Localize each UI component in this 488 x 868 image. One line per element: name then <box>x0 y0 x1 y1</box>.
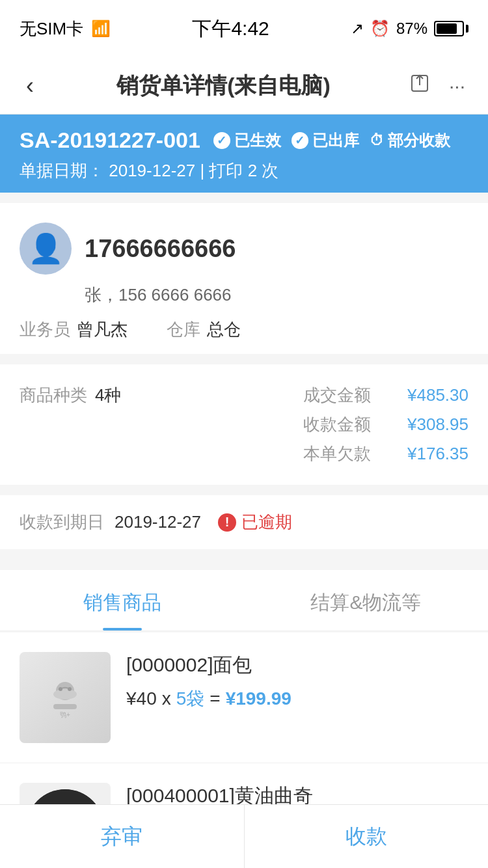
customer-phone: 17666666666 <box>85 235 236 263</box>
due-date-section: 收款到期日 2019-12-27 ! 已逾期 <box>0 495 488 549</box>
status-bar: 无SIM卡 📶 下午4:42 ↗ ⏰ 87% <box>0 0 488 57</box>
warehouse-label: 仓库 <box>167 318 200 341</box>
thumb-placeholder-1: 鸮+ <box>20 652 111 743</box>
price-qty-1: 5袋 <box>176 686 205 711</box>
overdue-label: 已逾期 <box>241 511 292 534</box>
tab-products[interactable]: 销售商品 <box>0 570 244 631</box>
multiply-sign-1: x <box>162 688 171 709</box>
header-banner: SA-20191227-001 ✓ 已生效 ✓ 已出库 ⏱ 部分收款 单据日期：… <box>0 115 488 193</box>
tabs-section: 销售商品 结算&物流等 <box>0 570 488 631</box>
battery-icon <box>434 21 468 36</box>
product-info-1: [0000002]面包 ¥40 x 5袋 = ¥199.99 <box>126 652 468 711</box>
debt-value: ¥176.35 <box>384 444 468 464</box>
sales-person: 业务员 曾凡杰 <box>20 318 128 341</box>
price-total-1: ¥199.99 <box>226 688 291 709</box>
overdue-icon: ! <box>218 513 236 532</box>
customer-section: 👤 17666666666 张，156 6666 6666 业务员 曾凡杰 仓库… <box>0 203 488 354</box>
product-price-1: ¥40 x 5袋 = ¥199.99 <box>126 686 468 711</box>
badge-shipped: ✓ 已出库 <box>291 130 359 151</box>
back-button[interactable]: ‹ <box>20 66 40 106</box>
clock-icon: ⏱ <box>370 132 384 149</box>
stats-right: 成交金额 ¥485.30 收款金额 ¥308.95 本单欠款 ¥176.35 <box>303 384 468 465</box>
alarm-icon: ⏰ <box>370 20 390 38</box>
badge-partial-label: 部分收款 <box>388 130 450 151</box>
status-bar-left: 无SIM卡 📶 <box>20 18 111 40</box>
badge-partial: ⏱ 部分收款 <box>370 130 450 151</box>
share-button[interactable] <box>407 70 433 101</box>
tab-products-label: 销售商品 <box>83 591 161 613</box>
order-id: SA-20191227-001 <box>20 128 200 153</box>
order-date: 2019-12-27 <box>109 161 195 180</box>
badge-effective: ✓ 已生效 <box>213 130 281 151</box>
debt-label: 本单欠款 <box>303 442 371 465</box>
more-button[interactable]: ··· <box>446 72 468 100</box>
order-id-row: SA-20191227-001 ✓ 已生效 ✓ 已出库 ⏱ 部分收款 <box>20 128 468 153</box>
svg-text:鸮+: 鸮+ <box>60 711 70 718</box>
sales-label: 业务员 <box>20 318 70 341</box>
status-bar-right: ↗ ⏰ 87% <box>351 20 468 38</box>
amount-value: ¥485.30 <box>384 385 468 405</box>
product-thumbnail-1: 鸮+ <box>20 652 111 743</box>
divider-1 <box>0 354 488 364</box>
sales-name: 曾凡杰 <box>77 318 128 341</box>
collect-payment-button[interactable]: 收款 <box>245 805 489 868</box>
page-title: 销货单详情(来自电脑) <box>116 71 331 101</box>
order-date-row: 单据日期： 2019-12-27 | 打印 2 次 <box>20 159 468 182</box>
check-icon-2: ✓ <box>291 132 308 149</box>
battery-text: 87% <box>396 20 427 38</box>
print-label: | 打印 <box>200 161 243 180</box>
received-value: ¥308.95 <box>384 414 468 435</box>
badge-effective-label: 已生效 <box>234 130 281 151</box>
wifi-icon: 📶 <box>91 20 111 38</box>
customer-top: 👤 17666666666 <box>20 223 468 275</box>
print-count: 2 <box>248 161 257 180</box>
cancel-audit-button[interactable]: 弃审 <box>0 805 245 868</box>
badge-shipped-label: 已出库 <box>312 130 359 151</box>
tab-settlement[interactable]: 结算&物流等 <box>244 570 488 631</box>
tab-settlement-label: 结算&物流等 <box>310 591 421 613</box>
due-date-label: 收款到期日 <box>20 511 104 534</box>
date-label: 单据日期： <box>20 161 104 180</box>
product-type-row: 商品种类 4种 <box>20 384 121 407</box>
customer-meta: 业务员 曾凡杰 仓库 总仓 <box>20 318 468 341</box>
type-label: 商品种类 <box>20 384 87 407</box>
stats-section: 商品种类 4种 成交金额 ¥485.30 收款金额 ¥308.95 本单欠款 ¥… <box>0 364 488 485</box>
warehouse: 仓库 总仓 <box>167 318 241 341</box>
customer-name: 张，156 6666 6666 <box>20 284 468 306</box>
list-item: 鸮+ [0000002]面包 ¥40 x 5袋 = ¥199.99 <box>0 632 488 763</box>
divider-2 <box>0 549 488 560</box>
due-date-value: 2019-12-27 <box>115 512 201 532</box>
stats-left: 商品种类 4种 <box>20 384 121 407</box>
received-label: 收款金额 <box>303 413 371 436</box>
location-icon: ↗ <box>351 20 364 38</box>
amount-row: 成交金额 ¥485.30 <box>303 384 468 407</box>
price-base-1: ¥40 <box>126 688 157 709</box>
svg-point-3 <box>53 689 77 699</box>
status-badges: ✓ 已生效 ✓ 已出库 ⏱ 部分收款 <box>213 130 450 151</box>
equals-sign-1: = <box>210 688 220 709</box>
received-row: 收款金额 ¥308.95 <box>303 413 468 436</box>
overdue-badge: ! 已逾期 <box>218 511 292 534</box>
svg-rect-6 <box>53 704 77 709</box>
bottom-bar: 弃审 收款 <box>0 804 488 868</box>
type-count: 4种 <box>95 384 121 407</box>
debt-row: 本单欠款 ¥176.35 <box>303 442 468 465</box>
amount-label: 成交金额 <box>303 384 371 407</box>
nav-bar: ‹ 销货单详情(来自电脑) ··· <box>0 57 488 115</box>
person-icon: 👤 <box>28 232 64 265</box>
avatar: 👤 <box>20 223 72 275</box>
carrier-text: 无SIM卡 <box>20 18 83 40</box>
check-icon-1: ✓ <box>213 132 230 149</box>
nav-actions: ··· <box>407 70 468 101</box>
warehouse-name: 总仓 <box>207 318 241 341</box>
print-suffix: 次 <box>262 161 278 180</box>
product-name-1: [0000002]面包 <box>126 652 468 679</box>
status-bar-time: 下午4:42 <box>192 16 269 42</box>
